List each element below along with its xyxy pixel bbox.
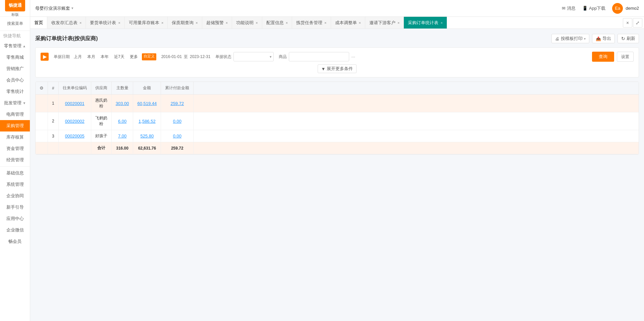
user-area[interactable]: Ea demo2 (612, 3, 639, 14)
tab-close-all-btn[interactable]: × (623, 18, 632, 28)
sidebar-item-ecommerce[interactable]: 电商管理 (0, 109, 30, 120)
tab-function-desc[interactable]: 功能说明 × (232, 17, 262, 29)
date-from: 2016-01-01 (161, 54, 182, 59)
tab-shelf-life-close-icon[interactable]: × (196, 21, 198, 25)
refresh-label: 刷新 (627, 36, 635, 42)
tab-available-stock[interactable]: 可用量库存账本 × (125, 17, 168, 29)
tab-shelf-life[interactable]: 保质期查询 × (168, 17, 202, 29)
row3-paid: 0.00 (161, 130, 194, 142)
sidebar: 畅捷通 标版 搜索菜单 快捷导航 零售管理 ▲ 零售商城 营销推广 会员中心 零… (0, 0, 30, 321)
expand-row: ▼ 展开更多条件 (41, 64, 634, 73)
tab-restore-btn[interactable]: ⤢ (633, 18, 642, 28)
tab-config-info-close-icon[interactable]: × (286, 21, 288, 25)
tab-purchase-summary-close-icon[interactable]: × (440, 21, 442, 25)
divider1 (0, 166, 30, 167)
row1-code-link[interactable]: 00020001 (65, 101, 85, 106)
expand-more-btn[interactable]: ▼ 展开更多条件 (318, 64, 357, 73)
sidebar-item-wholesale[interactable]: 批发管理 ▼ (0, 97, 30, 109)
tab-invite-downstream-close-icon[interactable]: × (397, 21, 399, 25)
tab-purchase-summary[interactable]: 采购订单统计表 × (404, 17, 447, 29)
row3-qty-link[interactable]: 7.00 (118, 133, 126, 139)
tab-config-info[interactable]: 配置信息 × (262, 17, 292, 29)
print-btn[interactable]: 🖨 按模板打印 ▾ (551, 34, 589, 43)
goods-input[interactable] (289, 52, 349, 61)
th-extra (194, 82, 639, 95)
sidebar-item-enterprise-collab[interactable]: 企业协同 (0, 190, 30, 202)
sidebar-item-new-guide[interactable]: 新手引导 (0, 202, 30, 213)
th-settings[interactable]: ⚙ (36, 82, 48, 95)
sidebar-item-funds[interactable]: 资金管理 (0, 143, 30, 154)
page: 采购订单统计表(按供应商) 🖨 按模板打印 ▾ 📤 导出 ↻ 刷新 (30, 29, 644, 160)
row3-amount-link[interactable]: 525.80 (140, 133, 154, 139)
filter-panel: ▶ 单据日期 上月 本月 本年 近7天 更多 自定义 2016- (35, 47, 639, 77)
row1-qty-link[interactable]: 303.00 (116, 101, 129, 106)
tab-order-summary-label: 要货单统计表 (90, 20, 116, 26)
sidebar-item-marketing[interactable]: 营销推广 (0, 63, 30, 74)
tab-receive-summary-close-icon[interactable]: × (79, 21, 82, 25)
shortcut-this-year[interactable]: 本年 (99, 53, 111, 60)
row2-paid-link[interactable]: 0.00 (173, 119, 181, 124)
tab-invite-downstream[interactable]: 邀请下游客户 × (365, 17, 404, 29)
filter-settings-btn[interactable]: 设置 (617, 52, 634, 62)
shortcut-7days[interactable]: 近7天 (112, 53, 126, 60)
tab-home[interactable]: 首页 (30, 17, 47, 29)
search-menu-btn[interactable]: 搜索菜单 (2, 19, 28, 28)
page-header: 采购订单统计表(按供应商) 🖨 按模板打印 ▾ 📤 导出 ↻ 刷新 (35, 34, 639, 43)
sidebar-item-system[interactable]: 系统管理 (0, 179, 30, 190)
sidebar-item-member[interactable]: 畅会员 (0, 236, 30, 247)
shortcut-more[interactable]: 更多 (128, 53, 140, 60)
row1-paid-link[interactable]: 259.72 (170, 101, 184, 106)
message-btn[interactable]: ✉ 消息 (562, 5, 576, 11)
shortcut-this-month[interactable]: 本月 (85, 53, 97, 60)
sidebar-item-purchase[interactable]: 采购管理 (0, 120, 30, 131)
tab-order-summary[interactable]: 要货单统计表 × (86, 17, 124, 29)
row2-code-link[interactable]: 00020002 (65, 119, 85, 124)
export-btn[interactable]: 📤 导出 (592, 34, 615, 43)
tab-available-stock-close-icon[interactable]: × (161, 21, 163, 25)
refresh-btn[interactable]: ↻ 刷新 (618, 34, 639, 43)
shortcut-last-month[interactable]: 上月 (72, 53, 84, 60)
row3-paid-link[interactable]: 0.00 (173, 133, 181, 139)
sidebar-item-retail-management[interactable]: 零售管理 ▲ (0, 40, 30, 52)
sidebar-item-enterprise-wechat[interactable]: 企业微信 (0, 224, 30, 236)
tab-cost-adjust-close-icon[interactable]: × (359, 21, 361, 25)
footer-quantity: 316.00 (111, 142, 133, 154)
row1-settings (36, 95, 48, 112)
row2-amount-link[interactable]: 1,586.52 (139, 119, 156, 124)
sidebar-item-app-center[interactable]: 应用中心 (0, 213, 30, 224)
app-icon: 📱 (582, 6, 588, 11)
sidebar-item-member-center[interactable]: 会员中心 (0, 74, 30, 86)
quick-nav[interactable]: 快捷导航 (0, 31, 30, 40)
app-download-btn[interactable]: 📱 App下载 (582, 5, 605, 11)
sidebar-item-operations[interactable]: 经营管理 (0, 154, 30, 166)
footer-code (58, 142, 91, 154)
tab-over-stock[interactable]: 超储预警 × (202, 17, 232, 29)
sidebar-item-retail-stats[interactable]: 零售统计 (0, 86, 30, 97)
sidebar-item-stock-check[interactable]: 库存核算 (0, 131, 30, 143)
tab-pick-task-close-icon[interactable]: × (324, 21, 326, 25)
goods-more-icon[interactable]: ··· (351, 54, 355, 59)
sidebar-item-retail-store[interactable]: 零售商城 (0, 52, 30, 63)
tab-pick-task[interactable]: 拣货任务管理 × (292, 17, 331, 29)
sidebar-search[interactable]: 搜索菜单 (0, 17, 30, 31)
row2-qty-link[interactable]: 6.00 (118, 119, 126, 124)
sidebar-item-basic-info[interactable]: 基础信息 (0, 167, 30, 179)
tab-cost-adjust-label: 成本调整单 (335, 20, 357, 26)
status-select[interactable] (233, 52, 274, 61)
filter-toggle-btn[interactable]: ▶ (41, 53, 49, 61)
row3-quantity: 7.00 (111, 130, 133, 142)
tab-over-stock-close-icon[interactable]: × (226, 21, 228, 25)
account-dropdown[interactable]: 母婴行业演示账套 ▾ (35, 5, 73, 11)
row1-amount-link[interactable]: 60,519.44 (137, 101, 157, 106)
main-area: 母婴行业演示账套 ▾ ✉ 消息 📱 App下载 Ea demo2 首页 (30, 0, 644, 321)
settings-col-icon: ⚙ (40, 86, 44, 91)
tab-order-summary-close-icon[interactable]: × (118, 21, 120, 25)
tab-cost-adjust[interactable]: 成本调整单 × (331, 17, 365, 29)
account-dropdown-arrow-icon: ▾ (71, 6, 73, 10)
tab-pick-task-label: 拣货任务管理 (296, 20, 322, 26)
search-btn[interactable]: 查询 (592, 52, 614, 62)
svg-text:畅捷通: 畅捷通 (8, 3, 22, 8)
tab-receive-summary[interactable]: 收发存汇总表 × (47, 17, 86, 29)
row3-code-link[interactable]: 00020005 (65, 133, 85, 139)
tab-function-desc-close-icon[interactable]: × (256, 21, 258, 25)
